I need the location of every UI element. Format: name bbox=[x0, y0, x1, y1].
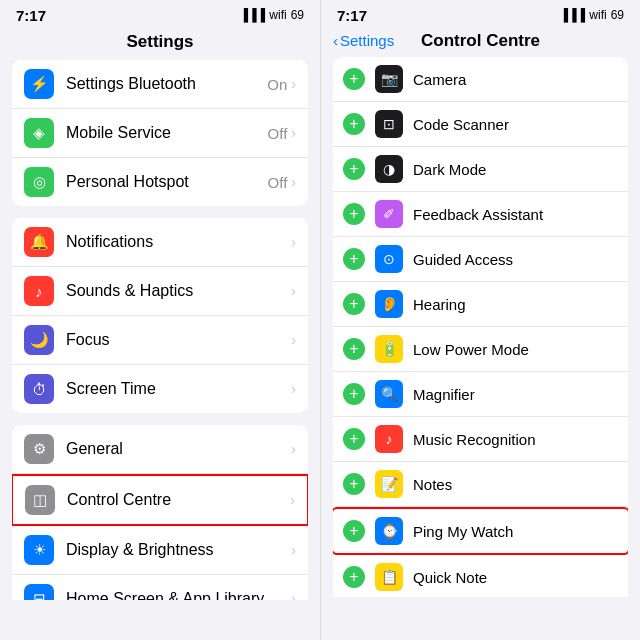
lowpower-add-button[interactable]: + bbox=[343, 338, 365, 360]
controlcentre-icon: ◫ bbox=[25, 485, 55, 515]
general-label: General bbox=[66, 440, 291, 458]
display-label: Display & Brightness bbox=[66, 541, 291, 559]
settings-row-focus[interactable]: 🌙Focus› bbox=[12, 316, 308, 365]
control-row-codescanner[interactable]: +⊡Code Scanner bbox=[333, 102, 628, 147]
bluetooth-icon: ⚡ bbox=[24, 69, 54, 99]
feedback-label: Feedback Assistant bbox=[413, 206, 618, 223]
darkmode-add-button[interactable]: + bbox=[343, 158, 365, 180]
control-section: +📷Camera+⊡Code Scanner+◑Dark Mode+✐Feedb… bbox=[333, 57, 628, 597]
magnifier-add-button[interactable]: + bbox=[343, 383, 365, 405]
camera-icon: 📷 bbox=[375, 65, 403, 93]
mobile-icon: ◈ bbox=[24, 118, 54, 148]
quicknote-add-button[interactable]: + bbox=[343, 566, 365, 588]
notifications-label: Notifications bbox=[66, 233, 291, 251]
guided-add-button[interactable]: + bbox=[343, 248, 365, 270]
display-chevron-icon: › bbox=[291, 542, 296, 558]
left-panel: 7:17 ▐▐▐ wifi 69 Settings ⚡Settings Blue… bbox=[0, 0, 320, 640]
settings-row-controlcentre[interactable]: ◫Control Centre› bbox=[12, 474, 308, 526]
camera-add-button[interactable]: + bbox=[343, 68, 365, 90]
right-panel: 7:17 ▐▐▐ wifi 69 ‹ Settings Control Cent… bbox=[320, 0, 640, 640]
connectivity-group: ⚡Settings BluetoothOn›◈Mobile ServiceOff… bbox=[12, 60, 308, 206]
control-list: +📷Camera+⊡Code Scanner+◑Dark Mode+✐Feedb… bbox=[321, 57, 640, 597]
hearing-add-button[interactable]: + bbox=[343, 293, 365, 315]
hotspot-label: Personal Hotspot bbox=[66, 173, 268, 191]
hotspot-icon: ◎ bbox=[24, 167, 54, 197]
hotspot-chevron-icon: › bbox=[291, 174, 296, 190]
control-row-lowpower[interactable]: +🔋Low Power Mode bbox=[333, 327, 628, 372]
back-button[interactable]: ‹ Settings bbox=[333, 32, 394, 49]
notes-icon: 📝 bbox=[375, 470, 403, 498]
homescreen-icon: ⊟ bbox=[24, 584, 54, 600]
control-row-hearing[interactable]: +👂Hearing bbox=[333, 282, 628, 327]
feedback-add-button[interactable]: + bbox=[343, 203, 365, 225]
right-time: 7:17 bbox=[337, 7, 367, 24]
settings-row-notifications[interactable]: 🔔Notifications› bbox=[12, 218, 308, 267]
settings-row-sounds[interactable]: ♪Sounds & Haptics› bbox=[12, 267, 308, 316]
back-label: Settings bbox=[340, 32, 394, 49]
magnifier-icon: 🔍 bbox=[375, 380, 403, 408]
left-scroll: ⚡Settings BluetoothOn›◈Mobile ServiceOff… bbox=[0, 60, 320, 600]
left-status-bar: 7:17 ▐▐▐ wifi 69 bbox=[0, 0, 320, 28]
hearing-icon: 👂 bbox=[375, 290, 403, 318]
right-header: ‹ Settings Control Centre bbox=[321, 28, 640, 57]
control-row-feedback[interactable]: +✐Feedback Assistant bbox=[333, 192, 628, 237]
musicrec-label: Music Recognition bbox=[413, 431, 618, 448]
display-icon: ☀ bbox=[24, 535, 54, 565]
settings-row-bluetooth[interactable]: ⚡Settings BluetoothOn› bbox=[12, 60, 308, 109]
control-row-musicrec[interactable]: +♪Music Recognition bbox=[333, 417, 628, 462]
control-row-notes[interactable]: +📝Notes bbox=[333, 462, 628, 507]
left-time: 7:17 bbox=[16, 7, 46, 24]
screentime-label: Screen Time bbox=[66, 380, 291, 398]
settings-row-hotspot[interactable]: ◎Personal HotspotOff› bbox=[12, 158, 308, 206]
magnifier-label: Magnifier bbox=[413, 386, 618, 403]
controlcentre-chevron-icon: › bbox=[290, 492, 295, 508]
control-row-camera[interactable]: +📷Camera bbox=[333, 57, 628, 102]
lowpower-icon: 🔋 bbox=[375, 335, 403, 363]
codescanner-add-button[interactable]: + bbox=[343, 113, 365, 135]
homescreen-chevron-icon: › bbox=[291, 591, 296, 600]
signal-icon: ▐▐▐ bbox=[240, 8, 266, 22]
pingwatch-icon: ⌚ bbox=[375, 517, 403, 545]
general-group: ⚙General›◫Control Centre›☀Display & Brig… bbox=[12, 425, 308, 600]
homescreen-label: Home Screen & App Library bbox=[66, 590, 291, 600]
guided-icon: ⊙ bbox=[375, 245, 403, 273]
screentime-chevron-icon: › bbox=[291, 381, 296, 397]
screentime-icon: ⏱ bbox=[24, 374, 54, 404]
right-status-icons: ▐▐▐ wifi 69 bbox=[560, 8, 624, 22]
settings-row-screentime[interactable]: ⏱Screen Time› bbox=[12, 365, 308, 413]
hearing-label: Hearing bbox=[413, 296, 618, 313]
lowpower-label: Low Power Mode bbox=[413, 341, 618, 358]
mobile-value: Off bbox=[268, 125, 288, 142]
notifications-group: 🔔Notifications›♪Sounds & Haptics›🌙Focus›… bbox=[12, 218, 308, 413]
codescanner-label: Code Scanner bbox=[413, 116, 618, 133]
musicrec-add-button[interactable]: + bbox=[343, 428, 365, 450]
right-signal-icon: ▐▐▐ bbox=[560, 8, 586, 22]
left-status-icons: ▐▐▐ wifi 69 bbox=[240, 8, 304, 22]
quicknote-label: Quick Note bbox=[413, 569, 618, 586]
control-row-guided[interactable]: +⊙Guided Access bbox=[333, 237, 628, 282]
sounds-icon: ♪ bbox=[24, 276, 54, 306]
pingwatch-add-button[interactable]: + bbox=[343, 520, 365, 542]
settings-row-homescreen[interactable]: ⊟Home Screen & App Library› bbox=[12, 575, 308, 600]
focus-label: Focus bbox=[66, 331, 291, 349]
control-row-darkmode[interactable]: +◑Dark Mode bbox=[333, 147, 628, 192]
settings-row-general[interactable]: ⚙General› bbox=[12, 425, 308, 474]
bluetooth-value: On bbox=[267, 76, 287, 93]
control-row-quicknote[interactable]: +📋Quick Note bbox=[333, 555, 628, 597]
control-row-magnifier[interactable]: +🔍Magnifier bbox=[333, 372, 628, 417]
notifications-icon: 🔔 bbox=[24, 227, 54, 257]
darkmode-label: Dark Mode bbox=[413, 161, 618, 178]
control-row-pingwatch[interactable]: +⌚Ping My Watch bbox=[333, 507, 628, 555]
settings-row-mobile[interactable]: ◈Mobile ServiceOff› bbox=[12, 109, 308, 158]
quicknote-icon: 📋 bbox=[375, 563, 403, 591]
right-page-title: Control Centre bbox=[421, 31, 540, 51]
codescanner-icon: ⊡ bbox=[375, 110, 403, 138]
general-chevron-icon: › bbox=[291, 441, 296, 457]
right-scroll: +📷Camera+⊡Code Scanner+◑Dark Mode+✐Feedb… bbox=[321, 57, 640, 597]
settings-row-display[interactable]: ☀Display & Brightness› bbox=[12, 526, 308, 575]
notes-add-button[interactable]: + bbox=[343, 473, 365, 495]
mobile-label: Mobile Service bbox=[66, 124, 268, 142]
focus-chevron-icon: › bbox=[291, 332, 296, 348]
right-status-bar: 7:17 ▐▐▐ wifi 69 bbox=[321, 0, 640, 28]
right-battery-icon: 69 bbox=[611, 8, 624, 22]
